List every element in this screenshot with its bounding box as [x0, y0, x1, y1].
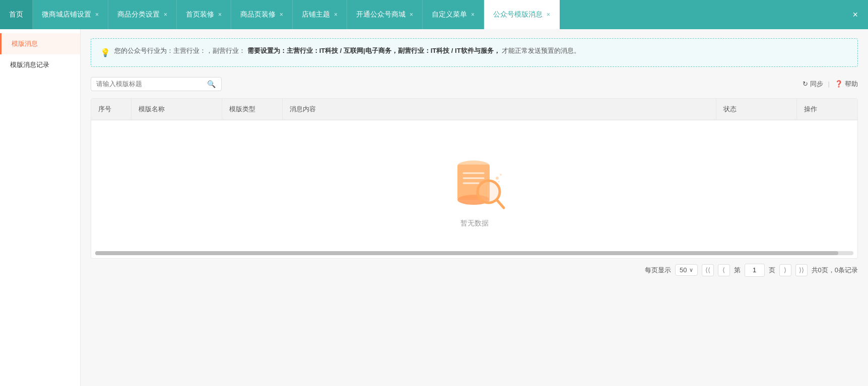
scrollbar-track[interactable]	[95, 251, 853, 255]
scrollbar-thumb[interactable]	[95, 251, 838, 255]
nav-tab-8-label: 公众号模版消息	[493, 10, 543, 19]
nav-tab-1-label: 微商城店铺设置	[42, 10, 91, 19]
nav-tab-2[interactable]: 商品分类设置 ×	[108, 0, 177, 29]
content-area: 💡 您的公众号行业为：主营行业：，副营行业： 需要设置为：主营行业：IT科技 /…	[81, 29, 868, 386]
sidebar-item-template-message-label: 模版消息	[12, 40, 38, 47]
search-icon[interactable]: 🔍	[207, 80, 216, 88]
empty-state: 暂无数据	[91, 120, 857, 248]
refresh-icon: ↻	[803, 80, 808, 88]
horizontal-scrollbar[interactable]	[91, 248, 857, 258]
sync-button[interactable]: ↻ 同步	[803, 80, 823, 89]
svg-line-7	[497, 200, 504, 208]
page-total: 共0页，0条记录	[812, 266, 858, 275]
close-icon[interactable]: ×	[218, 11, 222, 18]
close-icon[interactable]: ×	[471, 11, 475, 18]
close-all-button[interactable]: ×	[842, 0, 868, 29]
svg-point-9	[500, 174, 502, 176]
prev-page-button[interactable]: ⟨	[718, 264, 730, 276]
sidebar-item-template-message-record[interactable]: 模版消息记录	[0, 54, 80, 75]
divider: |	[828, 80, 830, 88]
sync-label: 同步	[810, 80, 823, 89]
page-unit: 页	[769, 266, 775, 275]
svg-point-10	[498, 181, 499, 182]
empty-text: 暂无数据	[460, 219, 489, 228]
last-page-button[interactable]: ⟩⟩	[795, 264, 808, 276]
notice-text: 您的公众号行业为：主营行业：，副营行业： 需要设置为：主营行业：IT科技 / 互…	[114, 46, 580, 56]
first-page-button[interactable]: ⟨⟨	[702, 264, 714, 276]
per-page-value: 50	[680, 266, 687, 274]
help-label: 帮助	[845, 80, 858, 89]
nav-tab-7[interactable]: 自定义菜单 ×	[423, 0, 484, 29]
col-header-0: 序号	[91, 99, 131, 120]
notice-box: 💡 您的公众号行业为：主营行业：，副营行业： 需要设置为：主营行业：IT科技 /…	[91, 38, 858, 67]
nav-tab-home[interactable]: 首页	[0, 0, 33, 29]
col-header-2: 模版类型	[222, 99, 283, 120]
nav-tab-6-label: 开通公众号商城	[356, 10, 406, 19]
main-layout: 模版消息 模版消息记录 💡 您的公众号行业为：主营行业：，副营行业： 需要设置为…	[0, 29, 868, 386]
nav-tab-4-label: 商品页装修	[240, 10, 276, 19]
nav-tab-home-label: 首页	[9, 10, 23, 19]
svg-point-8	[496, 177, 499, 180]
nav-tab-4[interactable]: 商品页装修 ×	[231, 0, 293, 29]
per-page-label: 每页显示	[645, 266, 671, 275]
help-icon: ❓	[835, 80, 843, 88]
nav-tab-1[interactable]: 微商城店铺设置 ×	[33, 0, 108, 29]
nav-tab-3[interactable]: 首页装修 ×	[177, 0, 231, 29]
nav-tab-7-label: 自定义菜单	[432, 10, 467, 19]
nav-tab-5-label: 店铺主题	[302, 10, 330, 19]
close-icon[interactable]: ×	[280, 11, 283, 18]
close-icon[interactable]: ×	[410, 11, 413, 18]
empty-illustration	[444, 150, 505, 211]
chevron-down-icon: ∨	[689, 267, 693, 273]
sidebar: 模版消息 模版消息记录	[0, 29, 81, 386]
nav-tab-3-label: 首页装修	[186, 10, 214, 19]
page-number-input[interactable]	[745, 264, 765, 277]
close-icon[interactable]: ×	[547, 11, 550, 18]
close-icon[interactable]: ×	[334, 11, 338, 18]
per-page-select[interactable]: 50 ∨	[675, 264, 697, 276]
toolbar-right: ↻ 同步 | ❓ 帮助	[803, 80, 858, 89]
nav-tab-6[interactable]: 开通公众号商城 ×	[347, 0, 423, 29]
notice-suffix: 才能正常发送预置的消息。	[502, 47, 580, 54]
col-header-4: 状态	[716, 99, 797, 120]
toolbar: 🔍 ↻ 同步 | ❓ 帮助	[91, 77, 858, 91]
sidebar-item-template-message-record-label: 模版消息记录	[10, 61, 49, 68]
notice-highlight: 需要设置为：主营行业：IT科技 / 互联网|电子商务，副营行业：IT科技 / I…	[247, 47, 500, 54]
next-page-button[interactable]: ⟩	[779, 264, 791, 276]
data-table: 序号 模版名称 模版类型 消息内容 状态 操作	[91, 98, 858, 259]
nav-tab-8-active[interactable]: 公众号模版消息 ×	[484, 0, 560, 29]
col-header-3: 消息内容	[283, 99, 716, 120]
table-header: 序号 模版名称 模版类型 消息内容 状态 操作	[91, 99, 857, 120]
pagination: 每页显示 50 ∨ ⟨⟨ ⟨ 第 页 ⟩ ⟩⟩ 共0页，0条记录	[91, 259, 858, 279]
search-box[interactable]: 🔍	[91, 77, 222, 91]
close-icon[interactable]: ×	[164, 11, 167, 18]
nav-tab-2-label: 商品分类设置	[117, 10, 160, 19]
col-header-1: 模版名称	[131, 99, 222, 120]
help-button[interactable]: ❓ 帮助	[835, 80, 858, 89]
page-label: 第	[734, 266, 741, 275]
empty-svg	[444, 150, 510, 216]
notice-prefix: 您的公众号行业为：主营行业：，副营行业：	[114, 47, 245, 54]
sidebar-item-template-message[interactable]: 模版消息	[0, 33, 80, 54]
close-all-icon: ×	[852, 10, 858, 20]
search-input[interactable]	[96, 80, 207, 88]
top-nav: 首页 微商城店铺设置 × 商品分类设置 × 首页装修 × 商品页装修 × 店铺主…	[0, 0, 868, 29]
nav-tab-5[interactable]: 店铺主题 ×	[293, 0, 347, 29]
col-header-5: 操作	[797, 99, 857, 120]
close-icon[interactable]: ×	[95, 11, 99, 18]
bulb-icon: 💡	[100, 46, 110, 59]
